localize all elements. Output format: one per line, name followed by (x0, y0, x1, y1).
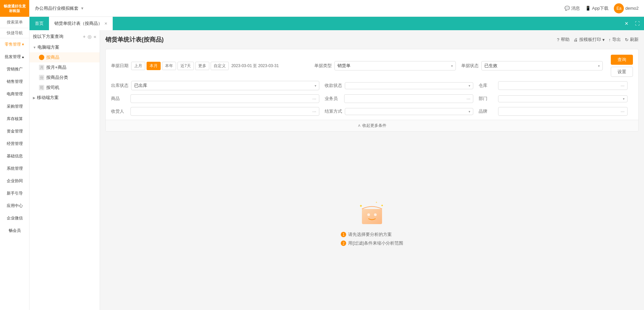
tab-bar: 首页 销货单统计表（按商品） ✕ ✕ ⛶ (30, 17, 644, 30)
sidebar-item-marketing[interactable]: 营销推广 (0, 63, 29, 75)
sidebar-item-finance[interactable]: 资金管理 (0, 125, 29, 138)
receiver-field: 收货人 ··· (111, 107, 325, 116)
dots-icon[interactable]: ··· (312, 109, 316, 114)
sidebar-item-inventory[interactable]: 库存核算 (0, 113, 29, 125)
settle-select[interactable]: ▾ (345, 108, 474, 115)
receiver-select[interactable]: ··· (130, 107, 319, 116)
sidebar-item-wechat[interactable]: 企业微信 (0, 212, 29, 224)
depot-select[interactable]: ··· (498, 81, 628, 90)
chevron-down-icon: ▼ (21, 43, 25, 46)
settle-label: 结算方式 (325, 108, 342, 114)
quick-nav-item[interactable]: 快捷导航 (0, 28, 29, 38)
refresh-action[interactable]: ↻ 刷新 (625, 37, 639, 43)
date-7days-btn[interactable]: 近7天 (177, 62, 194, 70)
doc-type-select[interactable]: 销货单 ▾ (334, 61, 456, 70)
workspace-dropdown-icon[interactable]: ▾ (81, 6, 84, 11)
add-scheme-icon[interactable]: + (83, 34, 86, 39)
step-2-number: 2 (341, 241, 346, 246)
sidebar-item-basics[interactable]: 基础信息 (0, 150, 29, 162)
print-icon: 🖨 (574, 37, 578, 42)
dots-icon[interactable]: ··· (621, 83, 625, 88)
sidebar-item-guide[interactable]: 新手引导 (0, 187, 29, 200)
tree-child-by-product[interactable]: 按商品 (30, 52, 100, 62)
sidebar-item-retail[interactable]: 零售管理 ▼ (0, 38, 29, 51)
tree-parent-desktop[interactable]: ▼ 电脑端方案 (30, 42, 100, 52)
date-custom-btn[interactable]: 自定义 (211, 62, 229, 70)
product-select[interactable]: ··· (130, 94, 319, 103)
sidebar-item-enterprise[interactable]: 企业协同 (0, 175, 29, 187)
search-menu-item[interactable]: 搜索菜单 (0, 17, 29, 28)
top-header: 办公用品行业模拟账套 ▾ 💬 消息 📱 App下载 Ea demo2 (30, 0, 644, 17)
dots-icon[interactable]: ··· (467, 96, 471, 101)
refresh-icon: ↻ (625, 37, 629, 42)
chevron-down-icon: ▾ (598, 64, 600, 68)
tree-section: ▼ 电脑端方案 按商品 月 按月+商品 分 按商品分类 司 按司机 (30, 42, 100, 103)
date-this-year-btn[interactable]: 本年 (162, 62, 176, 70)
staff-field: 业务员 ··· (325, 94, 479, 103)
tree-child-product-category[interactable]: 分 按商品分类 (30, 72, 100, 83)
sidebar-item-label: 销售管理 (7, 79, 23, 85)
print-label: 按模板打印 (579, 37, 601, 43)
query-button[interactable]: 查询 (611, 55, 633, 65)
collect-label: 收款状态 (325, 83, 342, 89)
date-last-month-btn[interactable]: 上月 (131, 62, 145, 70)
tree-child-label: 按商品 (46, 54, 59, 60)
staff-select[interactable]: ··· (344, 94, 474, 103)
main-area: 办公用品行业模拟账套 ▾ 💬 消息 📱 App下载 Ea demo2 首页 (30, 0, 644, 310)
dept-select[interactable]: ▾ (498, 95, 628, 102)
date-this-month-btn[interactable]: 本月 (147, 62, 161, 70)
user-profile-item[interactable]: Ea demo2 (614, 3, 639, 13)
message-item[interactable]: 💬 消息 (565, 5, 580, 11)
print-action[interactable]: 🖨 按模板打印 ▾ (574, 37, 605, 43)
tab-home[interactable]: 首页 (30, 17, 49, 30)
chevron-down-icon: ▾ (315, 84, 316, 88)
sidebar-item-sales[interactable]: 销售管理 (0, 75, 29, 88)
chevron-down-icon: ▾ (469, 84, 470, 88)
depot-label: 仓库 (479, 83, 495, 89)
tree-parent-mobile[interactable]: ▶ 移动端方案 (30, 93, 100, 103)
tab-close-window-btn[interactable]: ✕ (623, 19, 631, 28)
sidebar-item-app-center[interactable]: 应用中心 (0, 200, 29, 212)
category-scheme-icon: 分 (39, 75, 44, 80)
help-label: 帮助 (561, 37, 570, 43)
sidebar-item-purchase[interactable]: 采购管理 (0, 100, 29, 113)
app-download-item[interactable]: 📱 App下载 (585, 5, 608, 11)
chevron-up-icon: ▲ (21, 55, 25, 59)
dots-icon[interactable]: ··· (621, 109, 625, 114)
dots-icon[interactable]: ··· (312, 96, 316, 101)
query-row-4: 收货人 ··· 结算方式 ▾ 品牌 (111, 107, 633, 116)
tree-child-month-product[interactable]: 月 按月+商品 (30, 62, 100, 72)
sidebar-item-member[interactable]: 畅会员 (0, 224, 29, 237)
app-logo: 畅捷通好生意 标账版 (0, 0, 29, 17)
refresh-label: 刷新 (630, 37, 639, 43)
date-more-btn[interactable]: 更多 (195, 62, 209, 70)
brand-select[interactable]: ··· (498, 107, 628, 116)
svg-point-2 (374, 213, 377, 216)
tab-close-icon[interactable]: ✕ (104, 21, 107, 26)
sidebar-item-wholesale[interactable]: 批发管理 ▲ (0, 51, 29, 63)
sidebar-item-label: 新手引导 (7, 191, 23, 196)
sidebar-item-label: 企业微信 (7, 215, 23, 221)
export-action[interactable]: ↑ 导出 (609, 37, 621, 43)
sidebar-item-ecommerce[interactable]: 电商管理 (0, 88, 29, 100)
product-label: 商品 (111, 96, 128, 102)
sidebar-item-system[interactable]: 系统管理 (0, 162, 29, 175)
collect-select[interactable]: ▾ (345, 82, 474, 89)
date-range-text: 2023-03-01 至 2023-03-31 (231, 63, 279, 69)
doc-status-select[interactable]: 已生效 ▾ (481, 61, 603, 70)
depot-field: 仓库 ··· (479, 81, 633, 90)
svg-point-1 (367, 213, 370, 216)
tab-report[interactable]: 销货单统计表（按商品） ✕ (49, 17, 113, 30)
collapse-conditions-bar[interactable]: ∧ 收起更多条件 (106, 120, 638, 131)
tab-maximize-btn[interactable]: ⛶ (633, 19, 641, 28)
collapse-panel-icon[interactable]: « (94, 34, 96, 39)
tree-child-by-driver[interactable]: 司 按司机 (30, 83, 100, 93)
app-name: 畅捷通好生意 标账版 (4, 4, 26, 13)
settings-scheme-icon[interactable]: ◎ (88, 34, 92, 39)
warehouse-select[interactable]: 已出库 ▾ (131, 81, 319, 90)
sidebar-item-operations[interactable]: 经营管理 (0, 138, 29, 150)
left-panel-header: 按以下方案查询 + ◎ « (30, 34, 100, 42)
help-action[interactable]: ? 帮助 (557, 37, 569, 43)
settings-button[interactable]: 设置 (611, 67, 633, 77)
tree-expand-icon: ▼ (33, 46, 36, 49)
